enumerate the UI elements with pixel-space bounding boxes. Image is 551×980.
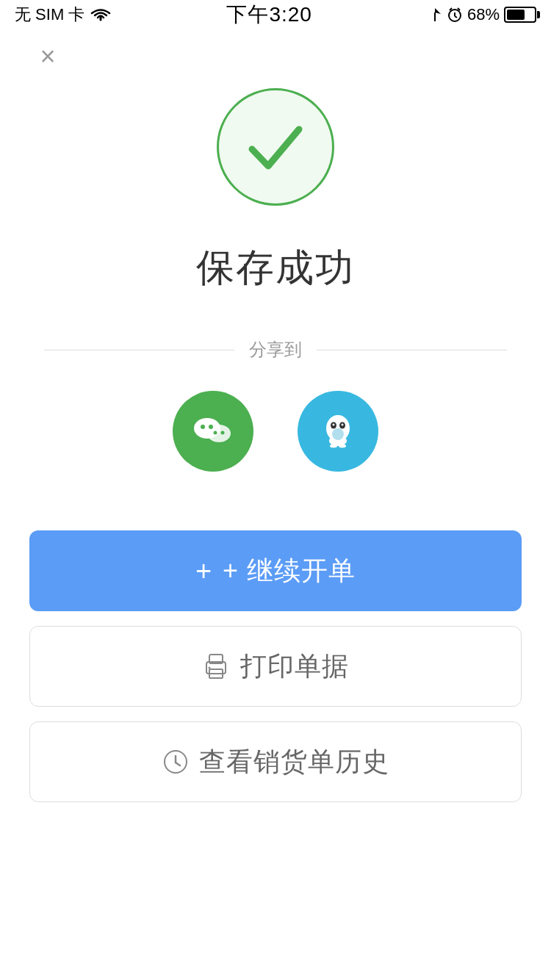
alarm-icon bbox=[447, 7, 463, 23]
share-icons bbox=[44, 391, 507, 472]
history-icon bbox=[162, 749, 189, 775]
svg-point-7 bbox=[213, 430, 217, 434]
status-bar: 无 SIM 卡 下午3:20 68% bbox=[0, 0, 551, 29]
main-content: 保存成功 分享到 bbox=[0, 29, 551, 802]
svg-line-25 bbox=[176, 763, 180, 765]
wechat-share-button[interactable] bbox=[173, 391, 253, 472]
close-button[interactable]: × bbox=[29, 38, 66, 75]
continue-plus-icon: + bbox=[195, 555, 212, 587]
history-label: 查看销货单历史 bbox=[199, 744, 389, 780]
svg-point-18 bbox=[332, 428, 344, 440]
divider-left bbox=[44, 350, 234, 350]
close-icon: × bbox=[40, 43, 55, 70]
history-button[interactable]: 查看销货单历史 bbox=[29, 721, 522, 802]
svg-point-17 bbox=[339, 444, 346, 447]
svg-point-8 bbox=[220, 430, 224, 434]
svg-point-14 bbox=[341, 423, 343, 425]
print-icon bbox=[202, 653, 230, 680]
svg-point-16 bbox=[330, 444, 337, 447]
print-button[interactable]: 打印单据 bbox=[29, 626, 522, 707]
location-icon bbox=[428, 7, 442, 23]
status-right: 68% bbox=[428, 5, 536, 24]
wechat-logo-icon bbox=[190, 408, 237, 455]
success-title: 保存成功 bbox=[196, 242, 355, 294]
qq-logo-icon bbox=[314, 408, 362, 455]
action-buttons: + + 继续开单 打印单据 查看销货单历史 bbox=[0, 530, 551, 802]
share-section: 分享到 bbox=[0, 338, 551, 472]
svg-point-5 bbox=[201, 425, 205, 429]
checkmark-icon bbox=[246, 123, 305, 171]
share-label: 分享到 bbox=[249, 338, 302, 361]
wifi-icon bbox=[90, 7, 111, 23]
success-circle bbox=[217, 88, 334, 206]
qq-share-button[interactable] bbox=[298, 391, 378, 472]
continue-label: + 继续开单 bbox=[223, 553, 356, 589]
divider-right bbox=[317, 350, 507, 350]
sim-text: 无 SIM 卡 bbox=[15, 4, 84, 26]
svg-point-22 bbox=[209, 667, 211, 669]
status-time: 下午3:20 bbox=[226, 1, 312, 29]
battery-percent: 68% bbox=[467, 5, 500, 24]
continue-button[interactable]: + + 继续开单 bbox=[29, 530, 522, 611]
svg-line-2 bbox=[455, 16, 457, 18]
status-left: 无 SIM 卡 bbox=[15, 4, 111, 26]
divider-row: 分享到 bbox=[44, 338, 507, 361]
svg-point-13 bbox=[332, 423, 334, 425]
svg-point-6 bbox=[209, 425, 213, 429]
battery-icon bbox=[504, 7, 536, 23]
print-label: 打印单据 bbox=[240, 649, 349, 685]
